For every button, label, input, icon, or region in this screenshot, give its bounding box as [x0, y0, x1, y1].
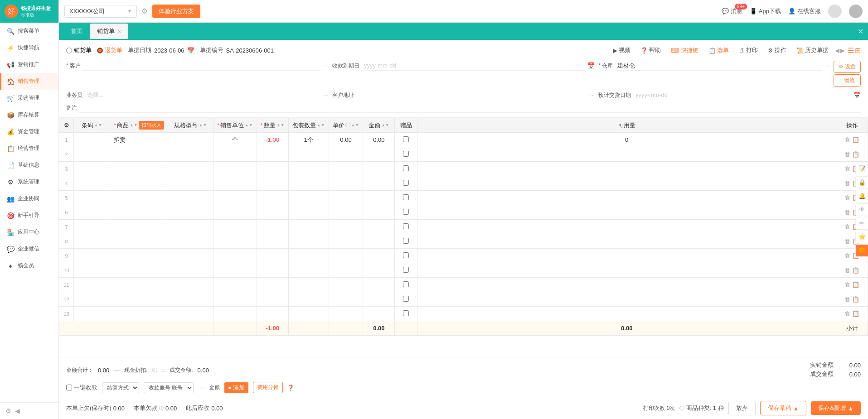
- avatar[interactable]: [828, 5, 842, 18]
- online-service-item[interactable]: 👤 在线客服: [788, 7, 821, 15]
- radio-sale-input[interactable]: [66, 48, 72, 53]
- cell-qty-8[interactable]: [257, 249, 288, 263]
- cell-barcode-3[interactable]: [74, 176, 110, 191]
- cell-qty-1[interactable]: [257, 147, 288, 162]
- cell-barcode-0[interactable]: [74, 133, 110, 147]
- avatar2[interactable]: [849, 5, 863, 18]
- cell-spec-9[interactable]: [168, 263, 213, 278]
- cell-gift-7[interactable]: [395, 234, 417, 249]
- delete-icon-2[interactable]: 🗑: [844, 165, 850, 172]
- gift-checkbox-8[interactable]: [403, 252, 409, 258]
- cell-price-1[interactable]: [329, 147, 363, 162]
- cell-price-10[interactable]: [329, 278, 363, 292]
- discount-info-icon[interactable]: ⓘ: [152, 367, 157, 374]
- scan-button[interactable]: 扫码录入: [139, 121, 164, 130]
- gift-checkbox-5[interactable]: [403, 209, 409, 215]
- cell-barcode-10[interactable]: [74, 278, 110, 292]
- delete-icon-7[interactable]: 🗑: [844, 238, 850, 245]
- logistics-button[interactable]: + 物流: [834, 74, 861, 87]
- cell-qty-0[interactable]: -1.00: [257, 133, 288, 147]
- gift-checkbox-2[interactable]: [403, 165, 409, 171]
- salesperson-input[interactable]: [84, 90, 320, 100]
- cell-gift-1[interactable]: [395, 147, 417, 162]
- list-view-icon[interactable]: ☰: [848, 46, 854, 55]
- add-payment-button[interactable]: ● 添加: [224, 382, 248, 393]
- cell-qty-12[interactable]: [257, 307, 288, 321]
- cell-gift-12[interactable]: [395, 307, 417, 321]
- product-type-icon[interactable]: ⓘ: [679, 405, 684, 411]
- history-debt-help-icon[interactable]: ⓘ: [159, 405, 164, 411]
- cell-barcode-7[interactable]: [74, 234, 110, 249]
- delete-icon-1[interactable]: 🗑: [844, 151, 850, 158]
- cell-spec-6[interactable]: [168, 220, 213, 234]
- sidebar-item-1[interactable]: ⚡快捷导航: [0, 39, 58, 56]
- company-selector[interactable]: XXXXXX公司 ▼: [64, 5, 137, 18]
- cell-gift-3[interactable]: [395, 176, 417, 191]
- warehouse-input[interactable]: [615, 61, 821, 71]
- delete-icon-10[interactable]: 🗑: [844, 281, 850, 288]
- gift-checkbox-0[interactable]: [403, 136, 409, 142]
- delete-icon-11[interactable]: 🗑: [844, 296, 850, 303]
- delivery-date-input[interactable]: [633, 90, 851, 100]
- cell-barcode-9[interactable]: [74, 263, 110, 278]
- sidebar-item-5[interactable]: 📦库存核算: [0, 106, 58, 123]
- cell-gift-6[interactable]: [395, 220, 417, 234]
- tab-sale[interactable]: 销货单 ✕: [90, 24, 128, 39]
- address-more-icon[interactable]: ···: [590, 92, 595, 98]
- cell-qty-4[interactable]: [257, 191, 288, 205]
- copy-icon-11[interactable]: 📋: [852, 296, 859, 303]
- select-btn[interactable]: 📋选单: [705, 44, 732, 56]
- cell-spec-1[interactable]: [168, 147, 213, 162]
- cell-barcode-5[interactable]: [74, 205, 110, 220]
- cell-gift-2[interactable]: [395, 162, 417, 176]
- gift-checkbox-10[interactable]: [403, 281, 409, 287]
- sidebar-item-11[interactable]: 🎯新手引导: [0, 207, 58, 224]
- float-btn-2[interactable]: 🔒: [855, 176, 868, 189]
- delete-icon-3[interactable]: 🗑: [844, 180, 850, 187]
- shortcut-btn[interactable]: ⌨快捷键: [667, 44, 702, 56]
- cell-qty-11[interactable]: [257, 292, 288, 307]
- cell-gift-11[interactable]: [395, 292, 417, 307]
- sidebar-item-10[interactable]: 👥企业协同: [0, 190, 58, 207]
- delete-icon-8[interactable]: 🗑: [844, 252, 850, 259]
- cell-spec-10[interactable]: [168, 278, 213, 292]
- cell-barcode-12[interactable]: [74, 307, 110, 321]
- cell-spec-11[interactable]: [168, 292, 213, 307]
- save-new-button[interactable]: 保存&新增 ▲: [811, 401, 861, 415]
- cell-barcode-6[interactable]: [74, 220, 110, 234]
- topbar-gear-icon[interactable]: ⚙: [141, 7, 148, 15]
- copy-icon-0[interactable]: 📋: [852, 136, 859, 143]
- cell-gift-8[interactable]: [395, 249, 417, 263]
- expense-button[interactable]: 费用分摊: [253, 382, 283, 393]
- float-btn-1[interactable]: 📝: [855, 163, 868, 175]
- cell-qty-7[interactable]: [257, 234, 288, 249]
- price-info-icon[interactable]: ⓘ: [345, 122, 350, 129]
- cell-qty-5[interactable]: [257, 205, 288, 220]
- sidebar-item-4[interactable]: 🛒采购管理: [0, 90, 58, 106]
- sidebar-item-6[interactable]: 💰资金管理: [0, 123, 58, 140]
- cell-qty-2[interactable]: [257, 162, 288, 176]
- cell-barcode-8[interactable]: [74, 249, 110, 263]
- trial-button[interactable]: 体验行业方案: [152, 5, 200, 18]
- gift-checkbox-12[interactable]: [403, 310, 409, 316]
- address-input[interactable]: [356, 90, 587, 100]
- cell-barcode-4[interactable]: [74, 191, 110, 205]
- expense-help-icon[interactable]: ❓: [287, 385, 294, 391]
- cell-price-11[interactable]: [329, 292, 363, 307]
- cell-qty-10[interactable]: [257, 278, 288, 292]
- copy-icon-1[interactable]: 📋: [852, 151, 859, 158]
- delete-icon-0[interactable]: 🗑: [844, 136, 850, 143]
- th-settings[interactable]: ⚙: [59, 118, 74, 133]
- collapse-icon[interactable]: ◀: [15, 407, 20, 414]
- warehouse-more-icon[interactable]: ···: [825, 63, 830, 69]
- copy-icon-12[interactable]: 📋: [852, 310, 859, 317]
- float-btn-5[interactable]: ✏: [855, 217, 868, 230]
- cell-spec-7[interactable]: [168, 234, 213, 249]
- gift-checkbox-9[interactable]: [403, 267, 409, 273]
- cell-price-4[interactable]: [329, 191, 363, 205]
- sidebar-item-8[interactable]: 📄基础信息: [0, 157, 58, 173]
- cell-spec-8[interactable]: [168, 249, 213, 263]
- tab-home[interactable]: 首页: [63, 24, 90, 39]
- print-btn[interactable]: 🖨打印: [735, 44, 761, 56]
- grid-view-icon[interactable]: ⊞: [855, 46, 861, 55]
